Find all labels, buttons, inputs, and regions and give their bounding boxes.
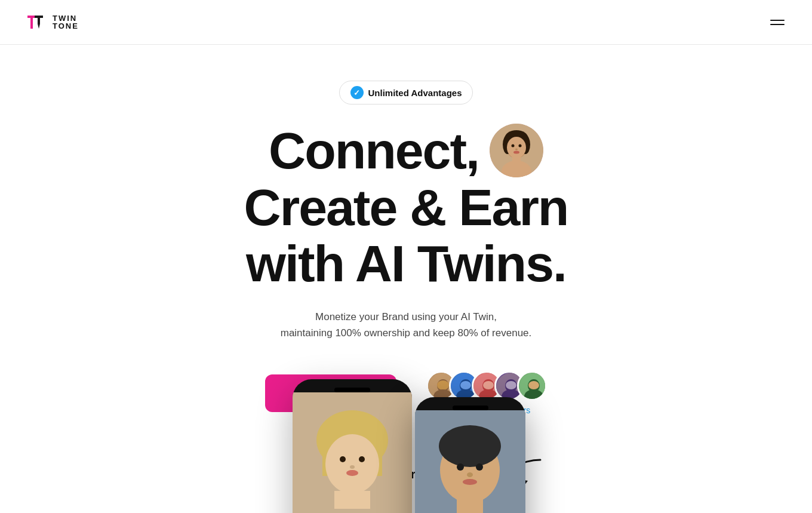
svg-rect-51 xyxy=(457,499,483,513)
badge-label: Unlimited Advantages xyxy=(368,88,462,98)
hero-line2: Create & Earn xyxy=(244,179,568,236)
logo-line2: TONE xyxy=(53,22,79,30)
svg-point-6 xyxy=(507,137,526,158)
svg-point-9 xyxy=(515,149,518,150)
hero-subtitle: Monetize your Brand using your AI Twin, … xyxy=(281,309,532,341)
menu-line-1 xyxy=(770,20,785,21)
menu-line-2 xyxy=(770,24,785,25)
hero-title-line1: Connect, xyxy=(269,122,543,179)
svg-rect-12 xyxy=(512,157,521,167)
phone-back xyxy=(293,379,412,513)
phone-section: Interactive AI Twins xyxy=(257,451,555,513)
svg-point-37 xyxy=(325,434,379,494)
svg-point-31 xyxy=(528,381,539,389)
svg-rect-42 xyxy=(334,491,370,509)
logo-icon xyxy=(24,11,47,33)
svg-point-49 xyxy=(467,472,473,477)
svg-point-50 xyxy=(463,479,477,485)
hero-avatar-image xyxy=(490,124,543,177)
svg-point-23 xyxy=(483,381,494,389)
unlimited-advantages-badge: Unlimited Advantages xyxy=(339,81,473,105)
svg-point-47 xyxy=(457,463,464,471)
svg-point-46 xyxy=(439,425,501,467)
hero-title-line2: Create & Earn xyxy=(244,179,568,236)
svg-point-41 xyxy=(346,470,358,476)
hero-line1: Connect, xyxy=(269,122,479,179)
svg-point-39 xyxy=(359,456,365,462)
svg-point-7 xyxy=(511,145,514,148)
svg-point-48 xyxy=(476,463,483,471)
creator-avatar-5 xyxy=(517,371,547,401)
logo-text: TWIN TONE xyxy=(53,14,79,30)
phone-front xyxy=(415,397,525,513)
svg-marker-0 xyxy=(38,24,40,29)
svg-point-40 xyxy=(350,465,355,469)
hero-avatar xyxy=(490,124,543,177)
svg-point-38 xyxy=(340,456,346,462)
hero-line3: with AI Twins. xyxy=(246,235,566,292)
hero-subtitle-line1: Monetize your Brand using your AI Twin, xyxy=(315,311,497,322)
svg-point-10 xyxy=(513,151,519,154)
logo-svg xyxy=(24,11,47,33)
svg-point-15 xyxy=(437,380,449,390)
hero-title-wrapper: Connect, xyxy=(244,122,568,292)
verified-check-icon xyxy=(350,86,364,99)
hero-title-line3: with AI Twins. xyxy=(246,235,566,292)
hero-subtitle-line2: maintaining 100% ownership and keep 80% … xyxy=(281,327,532,339)
logo[interactable]: TWIN TONE xyxy=(24,11,79,33)
hamburger-menu-button[interactable] xyxy=(767,16,788,29)
svg-point-8 xyxy=(518,145,521,148)
svg-point-19 xyxy=(460,381,471,389)
creators-avatars xyxy=(426,371,547,401)
svg-point-27 xyxy=(506,381,516,389)
